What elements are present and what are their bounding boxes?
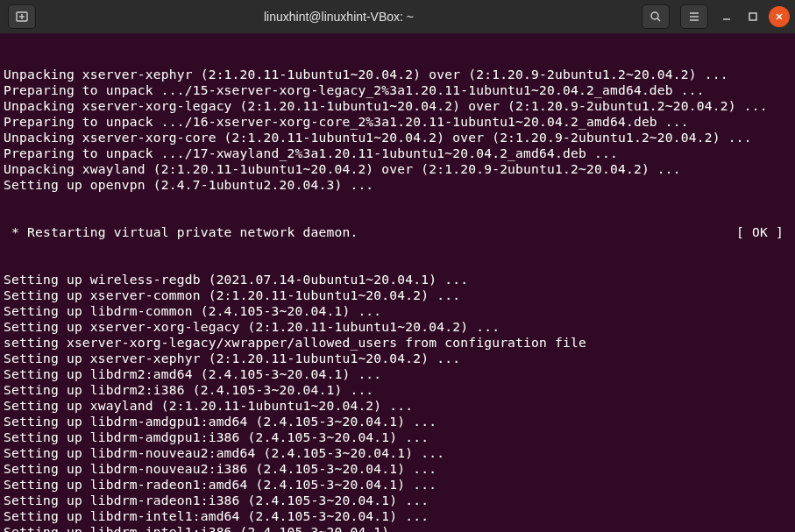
output-line: Setting up libdrm-intel1:amd64 (2.4.105-… — [4, 508, 791, 524]
output-line: Setting up libdrm-radeon1:i386 (2.4.105-… — [4, 493, 791, 508]
output-line: Setting up libdrm-common (2.4.105-3~20.0… — [4, 303, 791, 319]
search-button[interactable] — [642, 4, 670, 29]
ok-status: [ OK ] — [736, 224, 791, 240]
output-line: Setting up libdrm2:i386 (2.4.105-3~20.04… — [4, 382, 791, 398]
window-title: linuxhint@linuxhint-VBox: ~ — [42, 9, 635, 25]
titlebar: linuxhint@linuxhint-VBox: ~ — [0, 0, 795, 33]
output-line: Setting up wireless-regdb (2021.07.14-0u… — [4, 272, 791, 287]
output-line: Preparing to unpack .../16-xserver-xorg-… — [4, 114, 791, 130]
terminal-output[interactable]: Unpacking xserver-xephyr (2:1.20.11-1ubu… — [0, 33, 795, 532]
output-line: Setting up libdrm-nouveau2:i386 (2.4.105… — [4, 461, 791, 477]
output-line: Setting up libdrm-intel1:i386 (2.4.105-3… — [4, 524, 791, 532]
search-icon — [649, 11, 662, 23]
output-line: Setting up xserver-common (2:1.20.11-1ub… — [4, 287, 791, 303]
output-line: Setting up libdrm-amdgpu1:amd64 (2.4.105… — [4, 414, 791, 429]
output-line: Setting up libdrm2:amd64 (2.4.105-3~20.0… — [4, 366, 791, 382]
restart-status-line: * Restarting virtual private network dae… — [4, 224, 791, 240]
output-line: Setting up xwayland (2:1.20.11-1ubuntu1~… — [4, 398, 791, 414]
output-line: Setting up libdrm-amdgpu1:i386 (2.4.105-… — [4, 429, 791, 445]
maximize-icon — [748, 11, 758, 22]
output-line: Setting up xserver-xorg-legacy (2:1.20.1… — [4, 319, 791, 335]
output-line: Setting up libdrm-radeon1:amd64 (2.4.105… — [4, 477, 791, 493]
svg-rect-9 — [749, 13, 756, 20]
output-line: Setting up xserver-xephyr (2:1.20.11-1ub… — [4, 351, 791, 366]
titlebar-left — [5, 4, 39, 29]
svg-point-3 — [651, 12, 658, 19]
close-icon — [775, 12, 784, 21]
svg-line-4 — [657, 18, 660, 21]
maximize-button[interactable] — [742, 6, 763, 27]
output-line: Preparing to unpack .../17-xwayland_2%3a… — [4, 145, 791, 161]
output-line: Unpacking xserver-xorg-core (2:1.20.11-1… — [4, 130, 791, 145]
output-line: Preparing to unpack .../15-xserver-xorg-… — [4, 82, 791, 98]
minimize-icon — [721, 11, 732, 22]
minimize-button[interactable] — [716, 6, 737, 27]
close-button[interactable] — [769, 6, 790, 27]
output-line: Setting up libdrm-nouveau2:amd64 (2.4.10… — [4, 445, 791, 461]
output-line: setting xserver-xorg-legacy/xwrapper/all… — [4, 335, 791, 351]
titlebar-right — [639, 4, 790, 29]
output-line: Unpacking xwayland (2:1.20.11-1ubuntu1~2… — [4, 161, 791, 177]
output-line: Setting up openvpn (2.4.7-1ubuntu2.20.04… — [4, 177, 791, 193]
hamburger-icon — [688, 11, 700, 23]
hamburger-menu-button[interactable] — [680, 4, 708, 29]
output-line: Unpacking xserver-xephyr (2:1.20.11-1ubu… — [4, 67, 791, 82]
new-tab-button[interactable] — [8, 4, 36, 29]
new-tab-icon — [16, 11, 28, 23]
output-line: Unpacking xserver-xorg-legacy (2:1.20.11… — [4, 98, 791, 114]
restart-text: * Restarting virtual private network dae… — [4, 224, 358, 240]
